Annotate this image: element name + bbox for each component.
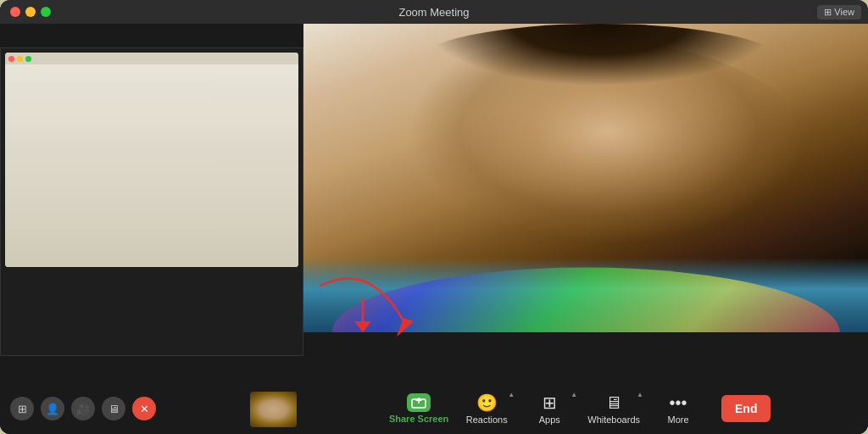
whiteboards-icon: 🖥 bbox=[605, 393, 622, 413]
self-video-content bbox=[250, 392, 297, 427]
title-bar: Zoom Meeting ⊞ View bbox=[0, 0, 868, 24]
apps-button[interactable]: ▲ ⊞ Apps bbox=[520, 387, 579, 430]
share-screen-icon bbox=[407, 393, 431, 412]
self-video-thumbnail bbox=[250, 392, 297, 427]
person-video-feed bbox=[303, 24, 868, 332]
desk-inner-titlebar bbox=[5, 53, 298, 64]
whiteboards-caret: ▲ bbox=[637, 391, 643, 398]
desk-inner-body bbox=[5, 64, 298, 267]
more-label: More bbox=[667, 415, 688, 425]
inner-close-dot bbox=[8, 56, 14, 62]
more-button[interactable]: ••• More bbox=[648, 387, 708, 430]
reactions-caret: ▲ bbox=[508, 391, 515, 398]
desk-panel-content bbox=[1, 48, 303, 355]
left-panel-controls: ⊞ 👤 🎥 🖥 ✕ bbox=[0, 383, 303, 434]
toolbar: ⊞ 👤 🎥 🖥 ✕ Share Screen bbox=[0, 383, 868, 434]
traffic-lights bbox=[10, 7, 51, 17]
inner-min-dot bbox=[17, 56, 23, 62]
whiteboards-label: Whiteboards bbox=[587, 415, 640, 425]
apps-icon: ⊞ bbox=[542, 392, 557, 413]
view-button[interactable]: ⊞ View bbox=[817, 5, 861, 19]
reactions-label: Reactions bbox=[466, 415, 508, 425]
maximize-button[interactable] bbox=[41, 7, 51, 17]
reactions-icon: 🙂 bbox=[476, 392, 498, 413]
toolbar-center: Share Screen ▲ 🙂 Reactions ▲ ⊞ Apps ▲ 🖥 … bbox=[303, 383, 868, 434]
inner-max-dot bbox=[25, 56, 31, 62]
stop-icon[interactable]: ✕ bbox=[132, 397, 156, 420]
end-button[interactable]: End bbox=[721, 395, 771, 422]
share-screen-label: Share Screen bbox=[389, 414, 448, 424]
participant-icon[interactable]: 👤 bbox=[41, 397, 64, 420]
whiteboards-button[interactable]: ▲ 🖥 Whiteboards bbox=[582, 387, 645, 430]
share-screen-button[interactable]: Share Screen bbox=[384, 387, 453, 430]
apps-label: Apps bbox=[539, 415, 560, 425]
window-title: Zoom Meeting bbox=[398, 6, 469, 19]
minimize-button[interactable] bbox=[25, 7, 36, 17]
close-button[interactable] bbox=[10, 7, 20, 17]
video-area: ✓ Desk View bbox=[0, 24, 868, 383]
reactions-button[interactable]: ▲ 🙂 Reactions bbox=[457, 387, 516, 430]
annotation-arrow-2 bbox=[346, 294, 380, 337]
svg-marker-2 bbox=[354, 321, 371, 332]
desk-view-panel: ✓ Desk View bbox=[0, 47, 303, 356]
apps-caret: ▲ bbox=[570, 391, 577, 398]
more-icon: ••• bbox=[670, 393, 687, 413]
screen-icon[interactable]: 🖥 bbox=[102, 397, 125, 420]
main-video bbox=[303, 24, 868, 332]
camera-icon[interactable]: 🎥 bbox=[71, 397, 95, 420]
zoom-window: Zoom Meeting ⊞ View ✓ Desk View bbox=[0, 0, 868, 434]
desk-inner-window bbox=[5, 53, 298, 267]
view-control-icon[interactable]: ⊞ bbox=[10, 397, 34, 420]
